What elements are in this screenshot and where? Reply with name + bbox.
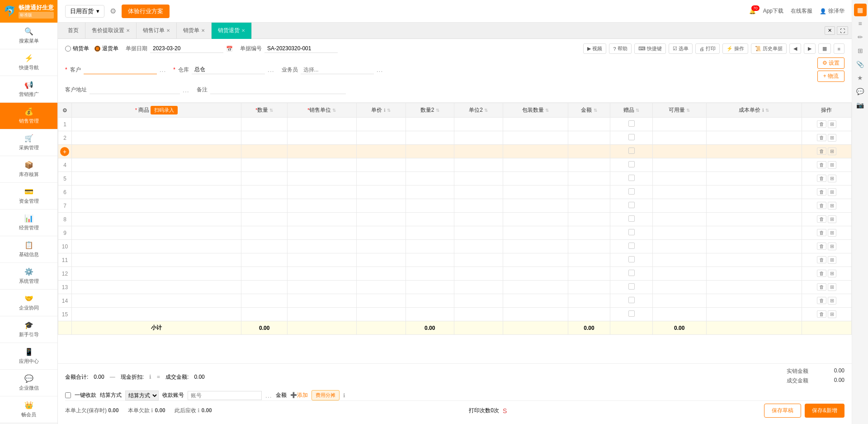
online-service-link[interactable]: 在线客服: [791, 7, 812, 15]
delete-btn-11[interactable]: 🗑: [817, 256, 826, 263]
sales-unit-cell-8[interactable]: [288, 213, 356, 226]
order-no-input[interactable]: [264, 44, 338, 53]
quantity-cell-12[interactable]: [241, 267, 288, 281]
gift-cell-14[interactable]: [610, 294, 653, 308]
save-new-btn[interactable]: 保存&新增: [805, 404, 844, 418]
salesperson-input[interactable]: [301, 66, 374, 74]
quantity-cell-5[interactable]: [241, 172, 288, 186]
amount-cell-12[interactable]: [568, 267, 610, 281]
quantity-cell-13[interactable]: [241, 281, 288, 294]
tab-sales-return[interactable]: 销货退货 ✕: [212, 23, 252, 39]
quantity-cell-10[interactable]: [241, 240, 288, 253]
sort-unit2-icon[interactable]: ⇅: [484, 108, 488, 113]
copy-btn-6[interactable]: ⊞: [828, 188, 836, 196]
available-cell-7[interactable]: [652, 199, 706, 213]
delete-btn-6[interactable]: 🗑: [817, 188, 826, 195]
sort-available-icon[interactable]: ⇅: [686, 108, 690, 113]
unit-price-cell-12[interactable]: [356, 267, 406, 281]
product-cell-5[interactable]: [72, 172, 241, 186]
product-input-3[interactable]: [74, 148, 239, 155]
pkg-qty-cell-2[interactable]: [503, 131, 568, 145]
unit2-cell-4[interactable]: [454, 158, 503, 172]
delete-btn-13[interactable]: 🗑: [817, 283, 826, 291]
th-settings[interactable]: ⚙: [58, 103, 72, 118]
sales-unit-cell-9[interactable]: [288, 226, 356, 240]
unit-price-cell-2[interactable]: [356, 131, 406, 145]
available-cell-2[interactable]: [652, 131, 706, 145]
amount-cell-13[interactable]: [568, 281, 610, 294]
cost-price-cell-9[interactable]: [706, 226, 802, 240]
sales-unit-cell-2[interactable]: [288, 131, 356, 145]
amount-cell-6[interactable]: [568, 186, 610, 199]
delete-btn-15[interactable]: 🗑: [817, 310, 826, 318]
amount-cell-15[interactable]: [568, 308, 610, 321]
print-btn[interactable]: 🖨 打印: [695, 43, 720, 54]
select-doc-btn[interactable]: ☑ 选单: [669, 43, 693, 54]
gift-cell-6[interactable]: [610, 186, 653, 199]
qty2-cell-3[interactable]: [406, 145, 454, 158]
topbar-gear-icon[interactable]: ⚙: [110, 7, 116, 15]
gift-checkbox-15[interactable]: [628, 310, 635, 317]
gift-cell-3[interactable]: [610, 145, 653, 158]
address-picker-btn[interactable]: ...: [183, 86, 189, 94]
pkg-qty-cell-9[interactable]: [503, 226, 568, 240]
product-cell-14[interactable]: [72, 294, 241, 308]
shortcut-btn[interactable]: ⌨ 快捷键: [634, 43, 666, 54]
tab-sales-order[interactable]: 销售订单 ✕: [137, 23, 177, 39]
qty2-cell-5[interactable]: [406, 172, 454, 186]
gift-cell-12[interactable]: [610, 267, 653, 281]
gift-cell-1[interactable]: [610, 118, 653, 131]
sort-pkg-icon[interactable]: ⇅: [545, 108, 549, 113]
product-cell-9[interactable]: [72, 226, 241, 240]
gift-cell-5[interactable]: [610, 172, 653, 186]
quantity-cell-11[interactable]: [241, 253, 288, 267]
sidebar-item-marketing[interactable]: 📢营销推广: [0, 76, 57, 103]
unit-price-cell-1[interactable]: [356, 118, 406, 131]
gift-checkbox-1[interactable]: [628, 120, 635, 127]
warehouse-input[interactable]: [192, 66, 265, 74]
product-cell-4[interactable]: [72, 158, 241, 172]
qty2-cell-11[interactable]: [406, 253, 454, 267]
cost-price-cell-15[interactable]: [706, 308, 802, 321]
qty2-cell-8[interactable]: [406, 213, 454, 226]
amount-cell-8[interactable]: [568, 213, 610, 226]
unit2-cell-13[interactable]: [454, 281, 503, 294]
right-panel-form-view-btn[interactable]: ≡: [854, 17, 867, 30]
gift-cell-15[interactable]: [610, 308, 653, 321]
sort-cost-icon[interactable]: ⇅: [765, 108, 769, 113]
cost-price-cell-10[interactable]: [706, 240, 802, 253]
radio-return-input[interactable]: [94, 46, 100, 52]
copy-btn-7[interactable]: ⊞: [828, 202, 836, 210]
qty2-cell-2[interactable]: [406, 131, 454, 145]
sales-unit-cell-14[interactable]: [288, 294, 356, 308]
tab-price-setting[interactable]: 售价提取设置 ✕: [85, 23, 137, 39]
copy-btn-10[interactable]: ⊞: [828, 243, 836, 250]
product-cell-6[interactable]: [72, 186, 241, 199]
quantity-cell-15[interactable]: [241, 308, 288, 321]
available-cell-10[interactable]: [652, 240, 706, 253]
video-btn[interactable]: ▶ 视频: [583, 43, 606, 54]
product-cell-1[interactable]: [72, 118, 241, 131]
delete-btn-4[interactable]: 🗑: [817, 161, 826, 168]
amount-cell-1[interactable]: [568, 118, 610, 131]
grid-view-btn[interactable]: ▦: [818, 43, 831, 54]
unit-price-cell-6[interactable]: [356, 186, 406, 199]
scan-input-btn[interactable]: 扫码录入: [151, 106, 178, 114]
cost-price-cell-14[interactable]: [706, 294, 802, 308]
sidebar-item-enterprise[interactable]: 🤝企业协同: [0, 290, 57, 316]
gift-checkbox-2[interactable]: [628, 134, 635, 140]
gift-cell-11[interactable]: [610, 253, 653, 267]
sales-unit-cell-13[interactable]: [288, 281, 356, 294]
pkg-qty-cell-8[interactable]: [503, 213, 568, 226]
pkg-qty-cell-10[interactable]: [503, 240, 568, 253]
available-cell-12[interactable]: [652, 267, 706, 281]
tab-close-sales-delivery[interactable]: ✕: [201, 28, 205, 33]
gift-cell-7[interactable]: [610, 199, 653, 213]
pkg-qty-cell-15[interactable]: [503, 308, 568, 321]
sidebar-item-app-center[interactable]: 📱应用中心: [0, 343, 57, 370]
sales-unit-cell-7[interactable]: [288, 199, 356, 213]
tab-home[interactable]: 首页: [61, 23, 85, 39]
delete-btn-5[interactable]: 🗑: [817, 175, 826, 182]
qty2-cell-12[interactable]: [406, 267, 454, 281]
sort-qty2-icon[interactable]: ⇅: [436, 108, 439, 113]
